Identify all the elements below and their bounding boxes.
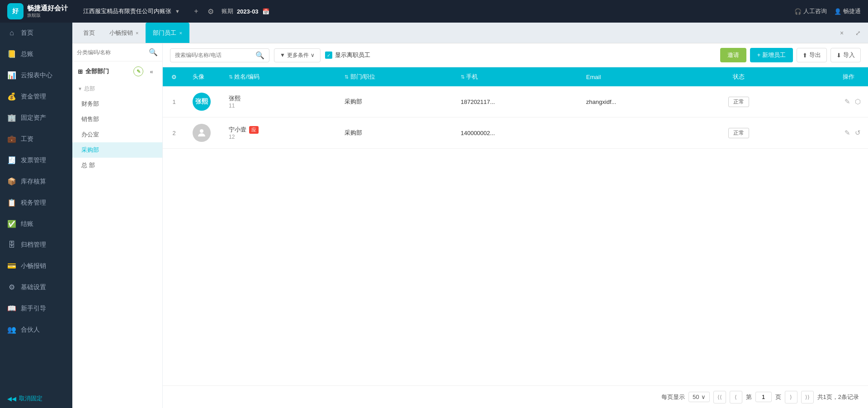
employee-search-icon[interactable]: 🔍 bbox=[255, 51, 264, 60]
row-1-actions: ✎ ⬡ bbox=[784, 86, 868, 117]
th-status: 状态 bbox=[693, 67, 784, 86]
settings-button[interactable]: ⚙ bbox=[203, 4, 218, 19]
dept-edit-button[interactable]: ✎ bbox=[133, 66, 143, 76]
dept-item-general[interactable]: 总 部 bbox=[72, 158, 162, 173]
sidebar-item-invoice[interactable]: 🧾 发票管理 bbox=[0, 150, 72, 171]
sidebar-item-home[interactable]: ⌂ 首页 bbox=[0, 23, 72, 43]
prev-page-button[interactable]: ⟨ bbox=[730, 391, 742, 403]
sidebar-item-reports[interactable]: 📊 云报表中心 bbox=[0, 65, 72, 86]
tab-dept-close-icon[interactable]: × bbox=[179, 30, 182, 36]
tab-home[interactable]: 首页 bbox=[76, 23, 102, 43]
row-1-name-row: 张熙 bbox=[229, 94, 330, 103]
sort-icon-dept: ⇅ bbox=[344, 74, 350, 80]
employee-table: ⚙ 头像 ⇅ 姓名/编码 ⇅ 部门/职位 ⇅ 手机 bbox=[163, 67, 868, 149]
user-avatar[interactable]: 👤 畅捷通 bbox=[834, 7, 861, 15]
app-name: 畅捷通好会计 bbox=[27, 4, 68, 12]
more-filter-button[interactable]: ▼ 更多条件 ∨ bbox=[274, 48, 321, 62]
row-2-name-row: 宁小壹 应 bbox=[229, 126, 330, 134]
row-2-email bbox=[579, 117, 693, 149]
pin-toggle-label: 取消固定 bbox=[19, 394, 42, 403]
employee-search-input[interactable] bbox=[175, 52, 253, 58]
sidebar-item-funds[interactable]: 💰 资金管理 bbox=[0, 86, 72, 107]
sidebar-item-archive[interactable]: 🗄 归档管理 bbox=[0, 234, 72, 255]
dept-search-input[interactable] bbox=[77, 49, 149, 56]
human-service-button[interactable]: 🎧 人工咨询 bbox=[794, 7, 827, 15]
tab-dept-employee[interactable]: 部门员工 × bbox=[146, 23, 189, 43]
assets-icon: 🏢 bbox=[7, 113, 16, 122]
expand-button[interactable]: ⤢ bbox=[852, 27, 864, 39]
sidebar-item-partner[interactable]: 👥 合伙人 bbox=[0, 319, 72, 340]
last-page-button[interactable]: ⟩⟩ bbox=[801, 391, 814, 403]
dept-header: ⊞ 全部部门 ✎ « bbox=[72, 61, 162, 81]
row-1-name: 张熙 bbox=[229, 94, 241, 103]
sidebar-label-home: 首页 bbox=[21, 29, 33, 37]
reports-icon: 📊 bbox=[7, 71, 16, 80]
row-1-edit-button[interactable]: ✎ bbox=[844, 98, 850, 106]
sidebar-item-tax[interactable]: 📋 税务管理 bbox=[0, 192, 72, 213]
dept-purchase-label: 采购部 bbox=[81, 146, 99, 154]
chevron-down-icon: ▼ bbox=[175, 9, 180, 14]
th-email: Email bbox=[579, 67, 693, 86]
dept-search-icon[interactable]: 🔍 bbox=[149, 48, 158, 56]
row-2-refresh-button[interactable]: ↺ bbox=[855, 129, 861, 137]
sidebar-label-tax: 税务管理 bbox=[21, 199, 46, 207]
tab-expense-label: 小畅报销 bbox=[109, 29, 133, 37]
tab-expense-close-icon[interactable]: × bbox=[136, 30, 138, 36]
dept-item-purchase[interactable]: 采购部 bbox=[72, 142, 162, 158]
row-2-name: 宁小壹 bbox=[229, 126, 246, 134]
sidebar-item-settings[interactable]: ⚙ 基础设置 bbox=[0, 277, 72, 298]
company-selector[interactable]: 江西服宝精品有限责任公司内账张 ▼ bbox=[80, 5, 184, 17]
close-tab-button[interactable]: × bbox=[835, 27, 848, 39]
page-number-input[interactable] bbox=[755, 392, 772, 402]
calendar-icon[interactable]: 📅 bbox=[262, 8, 269, 15]
import-button[interactable]: ⬇ 导入 bbox=[830, 48, 861, 62]
table-row: 1 张熙 张熙 11 bbox=[163, 86, 868, 117]
sidebar-item-payroll[interactable]: 💼 工资 bbox=[0, 128, 72, 150]
sidebar-item-assets[interactable]: 🏢 固定资产 bbox=[0, 107, 72, 128]
first-page-button[interactable]: ⟨⟨ bbox=[713, 391, 726, 403]
export-button[interactable]: ⬆ 导出 bbox=[797, 48, 827, 62]
sidebar-label-checkout: 结账 bbox=[21, 220, 33, 228]
next-page-button[interactable]: ⟩ bbox=[785, 391, 797, 403]
row-1-more-button[interactable]: ⬡ bbox=[855, 98, 861, 106]
row-2-edit-button[interactable]: ✎ bbox=[844, 129, 850, 137]
show-resigned-checkbox[interactable]: ✓ 显示离职员工 bbox=[325, 51, 370, 59]
guide-icon: 📖 bbox=[7, 304, 16, 313]
sidebar-item-expense[interactable]: 💳 小畅报销 bbox=[0, 255, 72, 277]
sidebar-item-guide[interactable]: 📖 新手引导 bbox=[0, 298, 72, 319]
sidebar-label-ledger: 总账 bbox=[21, 50, 33, 58]
sidebar-item-ledger[interactable]: 📒 总账 bbox=[0, 43, 72, 65]
th-settings[interactable]: ⚙ bbox=[163, 67, 185, 86]
inventory-icon: 📦 bbox=[7, 177, 16, 186]
dept-collapse-button[interactable]: « bbox=[146, 66, 157, 77]
tab-expense[interactable]: 小畅报销 × bbox=[102, 23, 146, 43]
dept-item-office[interactable]: 办公室 bbox=[72, 127, 162, 142]
sidebar-label-archive: 归档管理 bbox=[21, 241, 46, 249]
pin-icon: ◀◀ bbox=[7, 395, 16, 402]
invite-button[interactable]: 邀请 bbox=[720, 48, 746, 62]
per-page-value: 50 bbox=[693, 394, 699, 400]
page-unit: 页 bbox=[775, 393, 781, 401]
pagination: 每页显示 50 ∨ ⟨⟨ ⟨ 第 页 ⟩ ⟩⟩ 共1页，2条记录 bbox=[163, 385, 868, 408]
table-header: ⚙ 头像 ⇅ 姓名/编码 ⇅ 部门/职位 ⇅ 手机 bbox=[163, 67, 868, 86]
partner-icon: 👥 bbox=[7, 325, 16, 334]
th-name-code[interactable]: ⇅ 姓名/编码 bbox=[222, 67, 337, 86]
invoice-icon: 🧾 bbox=[7, 156, 16, 164]
dept-item-sales[interactable]: 销售部 bbox=[72, 112, 162, 127]
th-phone[interactable]: ⇅ 手机 bbox=[453, 67, 579, 86]
sidebar-item-checkout[interactable]: ✅ 结账 bbox=[0, 213, 72, 234]
logo-icon: 好 bbox=[7, 3, 24, 19]
th-dept-position[interactable]: ⇅ 部门/职位 bbox=[337, 67, 453, 86]
add-account-button[interactable]: + bbox=[189, 4, 203, 19]
add-employee-button[interactable]: + 新增员工 bbox=[750, 48, 793, 62]
dept-item-finance[interactable]: 财务部 bbox=[72, 96, 162, 112]
dept-header-actions: ✎ « bbox=[133, 66, 157, 77]
sidebar-label-assets: 固定资产 bbox=[21, 114, 46, 122]
dept-head-label: 总部 bbox=[84, 85, 95, 93]
per-page-select[interactable]: 50 ∨ bbox=[689, 392, 709, 402]
pin-toggle-button[interactable]: ◀◀ 取消固定 bbox=[0, 389, 72, 408]
total-records: 共1页，2条记录 bbox=[817, 393, 859, 401]
sidebar-label-payroll: 工资 bbox=[21, 135, 33, 143]
sidebar-item-inventory[interactable]: 📦 库存核算 bbox=[0, 171, 72, 192]
dept-finance-label: 财务部 bbox=[81, 100, 99, 108]
